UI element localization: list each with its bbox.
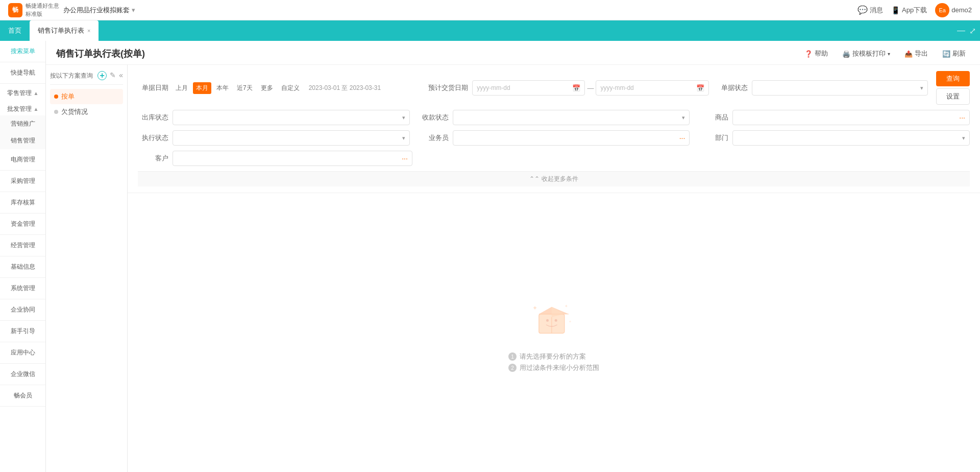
dept-dropdown[interactable]: ▾	[732, 130, 970, 146]
sidebar-system-label: 系统管理	[11, 285, 35, 292]
sidebar-retail-label: 零售管理	[7, 89, 32, 98]
scheme-item-shortage[interactable]: 欠货情况	[50, 104, 123, 120]
page-actions: ❓ 帮助 🖨️ 按模板打印 ▾ 📤 导出 🔄 刷新	[800, 47, 970, 60]
status-dropdown[interactable]: ▾	[752, 80, 928, 96]
receipt-status-dropdown[interactable]: ▾	[453, 110, 690, 125]
exec-status-dropdown[interactable]: ▾	[173, 130, 410, 146]
calendar-end-icon: 📅	[696, 84, 704, 92]
sidebar-item-collab[interactable]: 企业协同	[0, 299, 45, 321]
sidebar: 搜索菜单 快捷导航 零售管理 ▲ 批发管理 ▲ 营销推广 销售管理 电商管理 采…	[0, 41, 46, 472]
sidebar-item-newbie[interactable]: 新手引导	[0, 321, 45, 342]
home-tab-label: 首页	[8, 26, 21, 35]
app-download-button[interactable]: 📱 App下载	[891, 6, 927, 15]
tab-close-icon[interactable]: ×	[87, 28, 90, 34]
status-filter-label: 单据状态	[717, 83, 748, 92]
exec-arrow-icon: ▾	[402, 135, 405, 141]
edit-scheme-icon[interactable]: ✎	[110, 71, 116, 80]
goods-selector[interactable]: ···	[732, 110, 970, 125]
sidebar-item-purchase[interactable]: 采购管理	[0, 171, 45, 192]
setting-button[interactable]: 设置	[936, 88, 970, 105]
shortcut-7days[interactable]: 近7天	[234, 82, 256, 94]
svg-point-6	[555, 319, 557, 322]
tab-sales-order[interactable]: 销售订单执行表 ×	[30, 20, 99, 41]
refresh-button[interactable]: 🔄 刷新	[938, 47, 970, 60]
tab-minimize-icon[interactable]: —	[957, 26, 965, 35]
collapse-more-button[interactable]: ⌃⌃ 收起更多条件	[138, 171, 970, 186]
query-button[interactable]: 查询	[936, 71, 970, 86]
sidebar-purchase-label: 采购管理	[11, 177, 35, 184]
filter-row-3: 执行状态 ▾ 业务员 ···	[138, 130, 970, 146]
scheme-item-order[interactable]: 按单	[50, 89, 123, 104]
print-icon: 🖨️	[842, 50, 850, 58]
filter-row-2: 出库状态 ▾ 收款状态 ▾	[138, 110, 970, 125]
shortcut-last-month[interactable]: 上月	[173, 82, 191, 94]
tab-maximize-icon[interactable]: ⤢	[969, 26, 976, 36]
scheme-dot-active	[54, 95, 58, 99]
help-button[interactable]: ❓ 帮助	[800, 47, 832, 60]
sidebar-item-operations[interactable]: 经营管理	[0, 235, 45, 256]
print-label: 按模板打印	[852, 49, 886, 58]
customer-label: 客户	[138, 154, 168, 163]
date-range-text: 2023-03-01 至 2023-03-31	[309, 84, 381, 92]
add-scheme-icon[interactable]: +	[97, 71, 107, 80]
delivery-status-dropdown[interactable]: ▾	[173, 110, 410, 125]
salesperson-more-icon: ···	[679, 134, 685, 142]
shortcut-custom[interactable]: 自定义	[278, 82, 303, 94]
salesperson-selector[interactable]: ···	[453, 130, 690, 146]
salesperson-label: 业务员	[418, 133, 449, 143]
filter-dept-item: 部门 ▾	[698, 130, 970, 146]
right-panel: 单据日期 上月 本月 本年 近7天 更多 自定义 2023-03-01 至 20…	[128, 65, 980, 472]
app-selector-dropdown[interactable]: 办公用品行业模拟账套 ▾	[63, 6, 135, 15]
scheme-order-label: 按单	[61, 92, 75, 101]
goods-more-icon: ···	[959, 113, 965, 122]
message-button[interactable]: 💬 消息	[857, 5, 883, 15]
sidebar-appcenter-label: 应用中心	[11, 349, 35, 356]
empty-tip-text-2: 用过滤条件来缩小分析范围	[520, 363, 599, 372]
sidebar-item-appcenter[interactable]: 应用中心	[0, 342, 45, 364]
sidebar-item-retail[interactable]: 零售管理 ▲	[0, 84, 45, 100]
sidebar-item-member[interactable]: 畅会员	[0, 385, 45, 407]
sidebar-item-quicknav[interactable]: 快捷导航	[0, 62, 45, 84]
sidebar-item-marketing[interactable]: 营销推广	[0, 115, 45, 132]
empty-illustration: ✦ ✦ ✦	[528, 291, 579, 342]
exec-status-label: 执行状态	[138, 133, 168, 143]
expected-date-label: 预计交货日期	[427, 83, 468, 92]
help-label: 帮助	[815, 49, 828, 58]
shortcut-this-month[interactable]: 本月	[193, 82, 211, 94]
left-panel-title: 按以下方案查询	[50, 72, 93, 80]
empty-state-inner: ✦ ✦ ✦ 1 请先选择要分析的方案 2	[508, 291, 599, 374]
empty-tips: 1 请先选择要分析的方案 2 用过滤条件来缩小分析范围	[508, 352, 599, 374]
expected-date-end[interactable]: yyyy-mm-dd 📅	[596, 80, 708, 96]
customer-selector[interactable]: ···	[173, 151, 412, 166]
sidebar-item-search[interactable]: 搜索菜单	[0, 41, 45, 62]
sidebar-inventory-label: 库存核算	[11, 199, 35, 206]
filter-goods-item: 商品 ···	[698, 110, 970, 125]
help-icon: ❓	[804, 50, 813, 58]
collapse-panel-icon[interactable]: «	[119, 71, 123, 80]
expected-date-start[interactable]: yyyy-mm-dd 📅	[472, 80, 585, 96]
sidebar-operations-label: 经营管理	[11, 242, 35, 249]
calendar-start-icon: 📅	[572, 84, 580, 92]
shortcut-more[interactable]: 更多	[258, 82, 276, 94]
date-separator: —	[587, 84, 594, 92]
sidebar-item-wholesale[interactable]: 批发管理 ▲	[0, 100, 45, 115]
sidebar-item-finance[interactable]: 资金管理	[0, 214, 45, 235]
sidebar-item-basics[interactable]: 基础信息	[0, 256, 45, 278]
delivery-status-label: 出库状态	[138, 113, 168, 122]
sidebar-item-system[interactable]: 系统管理	[0, 278, 45, 299]
shortcut-this-year[interactable]: 本年	[213, 82, 232, 94]
dept-label: 部门	[698, 133, 728, 143]
sidebar-item-ecommerce[interactable]: 电商管理	[0, 149, 45, 171]
sidebar-item-bizwechat[interactable]: 企业微信	[0, 364, 45, 385]
svg-point-5	[546, 319, 549, 322]
export-button[interactable]: 📤 导出	[900, 47, 932, 60]
tab-home[interactable]: 首页	[0, 20, 30, 41]
sidebar-item-inventory[interactable]: 库存核算	[0, 192, 45, 214]
sidebar-item-sales[interactable]: 销售管理	[0, 132, 45, 149]
print-button[interactable]: 🖨️ 按模板打印 ▾	[838, 47, 894, 60]
user-profile[interactable]: Ea demo2	[935, 3, 972, 17]
logo-area: 畅 畅捷通好生意 标准版	[8, 2, 59, 18]
date-end-placeholder: yyyy-mm-dd	[600, 84, 633, 91]
download-icon: 📱	[891, 6, 900, 14]
app-selector-label: 办公用品行业模拟账套	[63, 6, 130, 15]
